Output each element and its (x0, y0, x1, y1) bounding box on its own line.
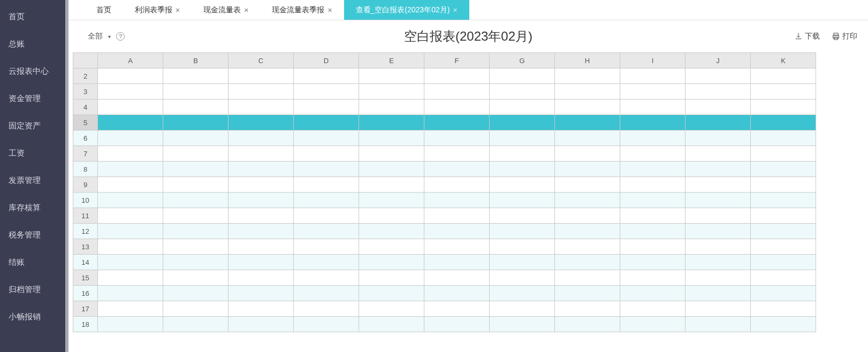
row-header[interactable]: 8 (73, 162, 98, 177)
column-header[interactable]: D (294, 53, 359, 68)
cell[interactable] (294, 224, 359, 239)
cell[interactable] (686, 146, 751, 162)
row-header[interactable]: 14 (73, 255, 98, 270)
cell[interactable] (163, 68, 229, 84)
cell[interactable] (620, 100, 686, 115)
cell[interactable] (229, 177, 294, 193)
row-header[interactable]: 16 (73, 286, 98, 301)
cell[interactable] (555, 286, 620, 301)
cell[interactable] (751, 239, 816, 255)
cell[interactable] (294, 239, 359, 255)
row-header[interactable]: 13 (73, 239, 98, 255)
cell[interactable] (686, 131, 751, 146)
cell[interactable] (490, 270, 555, 286)
cell[interactable] (424, 317, 490, 332)
close-icon[interactable]: × (328, 6, 332, 14)
cell[interactable] (359, 286, 424, 301)
sidebar-item-cloud-reports[interactable]: 云报表中心 (0, 58, 65, 85)
cell[interactable] (751, 146, 816, 162)
row-header[interactable]: 10 (73, 193, 98, 208)
cell[interactable] (98, 162, 163, 177)
tab-profit-quarterly[interactable]: 利润表季报 × (123, 0, 192, 20)
sidebar-item-invoice[interactable]: 发票管理 (0, 167, 65, 194)
cell[interactable] (294, 286, 359, 301)
column-header[interactable]: E (359, 53, 424, 68)
cell[interactable] (751, 301, 816, 317)
cell[interactable] (686, 270, 751, 286)
sidebar-item-funds[interactable]: 资金管理 (0, 85, 65, 112)
cell[interactable] (229, 146, 294, 162)
cell[interactable] (98, 100, 163, 115)
cell[interactable] (359, 177, 424, 193)
cell[interactable] (229, 208, 294, 224)
cell[interactable] (686, 177, 751, 193)
cell[interactable] (424, 301, 490, 317)
cell[interactable] (229, 239, 294, 255)
cell[interactable] (620, 255, 686, 270)
cell[interactable] (424, 270, 490, 286)
row-header[interactable]: 15 (73, 270, 98, 286)
tab-cashflow-quarterly[interactable]: 现金流量表季报 × (260, 0, 344, 20)
cell[interactable] (620, 193, 686, 208)
cell[interactable] (751, 131, 816, 146)
select-all-corner[interactable] (73, 53, 98, 68)
cell[interactable] (686, 193, 751, 208)
cell[interactable] (490, 115, 555, 131)
cell[interactable] (751, 270, 816, 286)
cell[interactable] (229, 286, 294, 301)
column-header[interactable]: B (163, 53, 229, 68)
spreadsheet[interactable]: ABCDEFGHIJK23456789101112131415161718 (68, 52, 868, 352)
cell[interactable] (294, 162, 359, 177)
cell[interactable] (555, 301, 620, 317)
cell[interactable] (424, 177, 490, 193)
row-header[interactable]: 5 (73, 115, 98, 131)
cell[interactable] (294, 115, 359, 131)
cell[interactable] (424, 162, 490, 177)
column-header[interactable]: C (229, 53, 294, 68)
cell[interactable] (751, 84, 816, 100)
sidebar-item-ledger[interactable]: 总账 (0, 30, 65, 58)
cell[interactable] (294, 146, 359, 162)
sidebar-item-inventory[interactable]: 库存核算 (0, 194, 65, 221)
cell[interactable] (98, 317, 163, 332)
cell[interactable] (490, 255, 555, 270)
cell[interactable] (229, 84, 294, 100)
cell[interactable] (294, 100, 359, 115)
cell[interactable] (490, 131, 555, 146)
cell[interactable] (359, 270, 424, 286)
cell[interactable] (555, 115, 620, 131)
cell[interactable] (555, 255, 620, 270)
column-header[interactable]: F (424, 53, 490, 68)
cell[interactable] (229, 115, 294, 131)
tab-home[interactable]: 首页 (85, 0, 123, 20)
cell[interactable] (229, 255, 294, 270)
cell[interactable] (163, 162, 229, 177)
cell[interactable] (555, 270, 620, 286)
cell[interactable] (555, 224, 620, 239)
cell[interactable] (620, 224, 686, 239)
cell[interactable] (424, 84, 490, 100)
cell[interactable] (490, 301, 555, 317)
cell[interactable] (490, 286, 555, 301)
cell[interactable] (98, 224, 163, 239)
cell[interactable] (751, 115, 816, 131)
close-icon[interactable]: × (244, 6, 248, 14)
cell[interactable] (686, 301, 751, 317)
cell[interactable] (98, 131, 163, 146)
sidebar-item-tax[interactable]: 税务管理 (0, 221, 65, 249)
cell[interactable] (294, 68, 359, 84)
cell[interactable] (294, 84, 359, 100)
tab-cashflow[interactable]: 现金流量表 × (192, 0, 260, 20)
cell[interactable] (294, 208, 359, 224)
cell[interactable] (229, 100, 294, 115)
cell[interactable] (163, 100, 229, 115)
cell[interactable] (751, 68, 816, 84)
cell[interactable] (620, 239, 686, 255)
cell[interactable] (229, 317, 294, 332)
cell[interactable] (294, 177, 359, 193)
cell[interactable] (424, 224, 490, 239)
row-header[interactable]: 9 (73, 177, 98, 193)
cell[interactable] (686, 286, 751, 301)
print-button[interactable]: 打印 (832, 32, 857, 41)
cell[interactable] (294, 317, 359, 332)
